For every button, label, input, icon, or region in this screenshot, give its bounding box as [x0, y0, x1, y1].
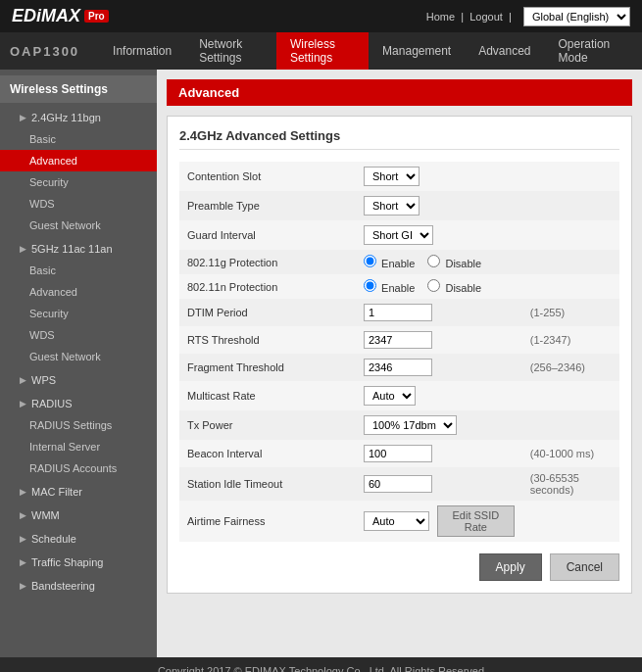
nav-item-management[interactable]: Management [369, 32, 465, 70]
input-dtim-period[interactable] [364, 304, 432, 321]
sidebar-sub-radius: RADIUS Settings Internal Server RADIUS A… [0, 414, 157, 479]
home-link[interactable]: Home [426, 11, 455, 23]
sidebar-group-wps-title[interactable]: ▶ WPS [0, 369, 157, 391]
sidebar-item-wds-24[interactable]: WDS [0, 193, 157, 215]
sidebar-item-radius-accounts[interactable]: RADIUS Accounts [0, 457, 157, 479]
select-preamble-type[interactable]: Short Long [364, 196, 420, 216]
top-links: Home | Logout | Global (English) [426, 7, 630, 26]
sidebar-item-internal-server[interactable]: Internal Server [0, 436, 157, 457]
edit-ssid-rate-button[interactable]: Edit SSID Rate [437, 505, 515, 537]
label-80211n-protection: 802.11n Protection [179, 274, 356, 299]
sidebar-group-wps: ▶ WPS [0, 369, 157, 391]
sidebar-group-5ghz-title[interactable]: ▶ 5GHz 11ac 11an [0, 238, 157, 260]
row-80211n-protection: 802.11n Protection Enable Disable [179, 274, 619, 299]
label-beacon-interval: Beacon Interval [179, 440, 356, 467]
sidebar-item-radius-settings[interactable]: RADIUS Settings [0, 414, 157, 436]
input-station-idle-timeout[interactable] [364, 475, 432, 493]
sidebar-group-macfilter-title[interactable]: ▶ MAC Filter [0, 481, 157, 503]
note-beacon-interval: (40-1000 ms) [522, 440, 619, 467]
sidebar-item-basic-24[interactable]: Basic [0, 128, 157, 150]
footer-copyright: Copyright 2017 © EDIMAX Technology Co., … [158, 665, 484, 672]
select-guard-interval[interactable]: Short GI Long GI [364, 225, 433, 245]
sidebar-group-schedule-title[interactable]: ▶ Schedule [0, 528, 157, 550]
sidebar-item-security-24[interactable]: Security [0, 171, 157, 193]
row-airtime-fairness: Airtime Fairness Auto Enable Disable Edi… [179, 501, 619, 542]
input-rts-threshold[interactable] [364, 331, 432, 349]
arrow-icon-trafficshaping: ▶ [20, 557, 26, 567]
select-contention-slot[interactable]: Short Long [364, 167, 420, 186]
sidebar-group-wps-label: WPS [31, 374, 56, 386]
cancel-button[interactable]: Cancel [550, 553, 619, 581]
nav-item-wireless-settings[interactable]: Wireless Settings [276, 32, 369, 70]
row-multicast-rate: Multicast Rate Auto 1 2 5.5 11 [179, 381, 619, 410]
sidebar-item-advanced-24[interactable]: Advanced [0, 150, 157, 171]
language-select[interactable]: Global (English) [523, 7, 630, 26]
label-preamble-type: Preamble Type [179, 191, 356, 220]
logout-link[interactable]: Logout [469, 11, 503, 23]
arrow-icon-24ghz: ▶ [20, 113, 26, 122]
sidebar-sub-24ghz: Basic Advanced Security WDS Guest Networ… [0, 128, 157, 236]
sidebar-item-security-5[interactable]: Security [0, 303, 157, 324]
select-airtime-fairness[interactable]: Auto Enable Disable [364, 511, 429, 531]
radio-disable-80211g[interactable] [427, 255, 440, 267]
value-80211g-protection: Enable Disable [356, 250, 522, 274]
note-station-idle-timeout: (30-65535 seconds) [522, 467, 619, 501]
sidebar-group-5ghz: ▶ 5GHz 11ac 11an Basic Advanced Security… [0, 238, 157, 367]
apply-button[interactable]: Apply [479, 553, 542, 581]
arrow-icon-bandsteering: ▶ [20, 581, 26, 591]
select-multicast-rate[interactable]: Auto 1 2 5.5 11 [364, 386, 416, 406]
radio-disable-80211g-label: Disable [427, 258, 481, 269]
radio-enable-80211g[interactable] [364, 255, 376, 267]
label-contention-slot: Contention Slot [179, 162, 356, 191]
sidebar-group-bandsteering: ▶ Bandsteering [0, 575, 157, 597]
main-nav: Information Network Settings Wireless Se… [99, 32, 632, 70]
footer: Copyright 2017 © EDIMAX Technology Co., … [0, 657, 642, 672]
value-airtime-fairness: Auto Enable Disable Edit SSID Rate [356, 501, 522, 542]
radio-disable-80211n[interactable] [427, 279, 440, 292]
row-contention-slot: Contention Slot Short Long [179, 162, 619, 191]
sidebar-item-basic-5[interactable]: Basic [0, 260, 157, 281]
label-dtim-period: DTIM Period [179, 299, 356, 326]
sidebar-group-wmm-label: WMM [31, 509, 60, 521]
input-fragment-threshold[interactable] [364, 359, 432, 376]
nav-item-advanced[interactable]: Advanced [465, 32, 544, 70]
sidebar-group-radius-label: RADIUS [31, 398, 73, 409]
nav-item-network-settings[interactable]: Network Settings [185, 32, 276, 70]
sidebar-item-wds-5[interactable]: WDS [0, 324, 157, 346]
sidebar-group-24ghz: ▶ 2.4GHz 11bgn Basic Advanced Security W… [0, 107, 157, 236]
select-tx-power[interactable]: 100% 17dbm 75% 15dbm 50% 13dbm 25% 10dbm [364, 415, 457, 435]
sidebar-group-trafficshaping: ▶ Traffic Shaping [0, 552, 157, 573]
value-80211n-protection: Enable Disable [356, 274, 522, 299]
label-rts-threshold: RTS Threshold [179, 326, 356, 354]
nav-item-information[interactable]: Information [99, 32, 185, 70]
arrow-icon-wps: ▶ [20, 375, 26, 385]
sidebar-group-24ghz-title[interactable]: ▶ 2.4GHz 11bgn [0, 107, 157, 128]
sidebar-item-guestnet-5[interactable]: Guest Network [0, 346, 157, 367]
input-beacon-interval[interactable] [364, 445, 432, 462]
settings-title: 2.4GHz Advanced Settings [179, 128, 619, 150]
sidebar-group-trafficshaping-title[interactable]: ▶ Traffic Shaping [0, 552, 157, 573]
sidebar-group-5ghz-label: 5GHz 11ac 11an [31, 243, 113, 255]
sidebar-group-schedule-label: Schedule [31, 533, 76, 545]
nav-item-operation-mode[interactable]: Operation Mode [545, 32, 632, 70]
sidebar-group-wmm-title[interactable]: ▶ WMM [0, 504, 157, 526]
settings-box: 2.4GHz Advanced Settings Contention Slot… [167, 116, 632, 594]
sidebar-group-radius-title[interactable]: ▶ RADIUS [0, 393, 157, 414]
sidebar-item-guestnet-24[interactable]: Guest Network [0, 215, 157, 236]
site-title: OAP1300 [10, 44, 79, 59]
sidebar-group-trafficshaping-label: Traffic Shaping [31, 556, 103, 568]
value-multicast-rate: Auto 1 2 5.5 11 [356, 381, 522, 410]
sidebar-group-bandsteering-title[interactable]: ▶ Bandsteering [0, 575, 157, 597]
sidebar-group-macfilter-label: MAC Filter [31, 486, 82, 498]
sidebar-group-bandsteering-label: Bandsteering [31, 580, 95, 592]
value-station-idle-timeout [356, 467, 522, 501]
sidebar-sub-5ghz: Basic Advanced Security WDS Guest Networ… [0, 260, 157, 367]
row-80211g-protection: 802.11g Protection Enable Disable [179, 250, 619, 274]
arrow-icon-radius: ▶ [20, 399, 26, 408]
content-area: Advanced 2.4GHz Advanced Settings Conten… [157, 70, 642, 657]
row-fragment-threshold: Fragment Threshold (256–2346) [179, 354, 619, 381]
radio-enable-80211n[interactable] [364, 279, 376, 292]
radio-enable-80211g-label: Enable [364, 258, 418, 269]
label-multicast-rate: Multicast Rate [179, 381, 356, 410]
sidebar-item-advanced-5[interactable]: Advanced [0, 281, 157, 303]
